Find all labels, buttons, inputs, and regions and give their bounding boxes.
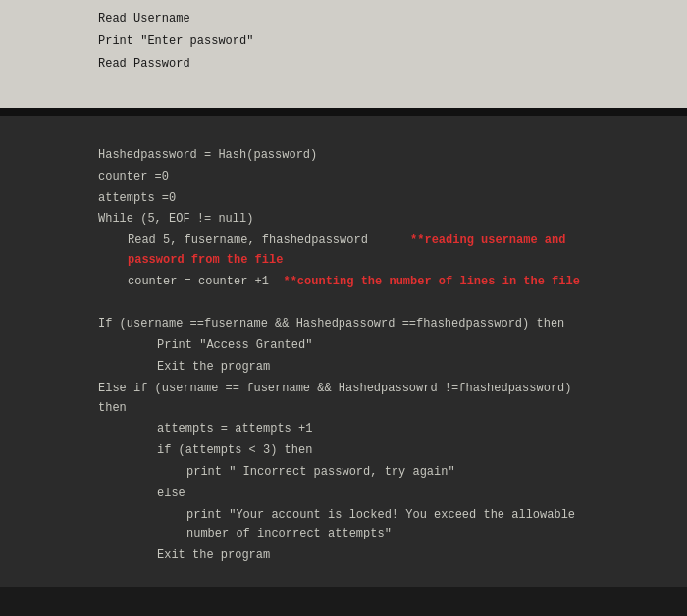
line-print-incorrect: print " Incorrect password, try again" — [0, 462, 687, 484]
line-read5: Read 5, fusername, fhashedpassword **rea… — [0, 231, 687, 272]
line-print-access: Print "Access Granted" — [0, 335, 687, 357]
spacer1 — [0, 293, 687, 315]
line-read-password: Read Password — [0, 53, 687, 76]
line-if-attempts: if (attempts < 3) then — [0, 440, 687, 462]
bottom-panel: Hashedpassword = Hash(password) counter … — [0, 116, 687, 587]
line-exit1: Exit the program — [0, 357, 687, 379]
line-print-enter-password: Print "Enter password" — [0, 30, 687, 53]
line-hashedpassword: Hashedpassword = Hash(password) — [0, 145, 687, 167]
panel-divider — [0, 108, 687, 116]
line-if-username: If (username ==fusername && Hashedpassow… — [0, 314, 687, 335]
line-print-locked: print "Your account is locked! You excee… — [0, 505, 687, 546]
top-panel: Read Username Print "Enter password" Rea… — [0, 0, 687, 108]
line-read-username: Read Username — [0, 8, 687, 30]
line-else: else — [0, 484, 687, 505]
line-attempts-plus: attempts = attempts +1 — [0, 419, 687, 440]
line-attempts: attempts =0 — [0, 188, 687, 210]
line-counter: counter =0 — [0, 167, 687, 188]
line-exit2: Exit the program — [0, 545, 687, 567]
line-while: While (5, EOF != null) — [0, 209, 687, 231]
line-counter-plus: counter = counter +1 **counting the numb… — [0, 272, 687, 293]
line-else-if: Else if (username == fusername && Hashed… — [0, 379, 687, 420]
